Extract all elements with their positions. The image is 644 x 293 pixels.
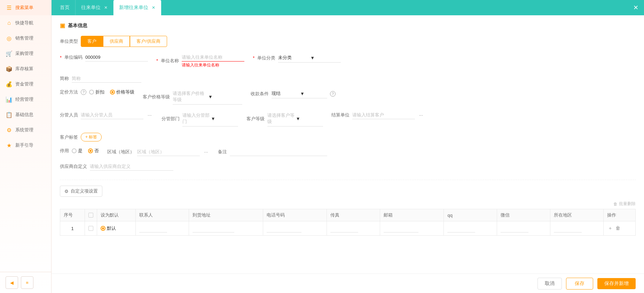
wechat-input[interactable] bbox=[501, 224, 528, 233]
customer-level-label: 客户等级 bbox=[246, 116, 265, 122]
settlement-more-btn[interactable]: ··· bbox=[418, 112, 425, 118]
cell-region[interactable] bbox=[550, 221, 604, 236]
unit-name-wrap: 请输入往来单位名称 bbox=[182, 53, 244, 68]
radio-yes[interactable]: 是 bbox=[72, 148, 83, 154]
type-btn-both[interactable]: 客户/供应商 bbox=[130, 36, 167, 47]
sidebar-item-label: 采购管理 bbox=[15, 50, 33, 57]
fax-input[interactable] bbox=[330, 224, 358, 233]
sidebar-item-inventory[interactable]: 📦 库存核算 bbox=[0, 61, 51, 76]
unit-code-field: * 单位编码 bbox=[60, 53, 148, 62]
customer-tag-label: 客户标签 bbox=[60, 134, 78, 140]
table-row: 1 默认 bbox=[60, 221, 636, 236]
region-label: 区域（地区） bbox=[107, 149, 134, 155]
manager-input[interactable] bbox=[81, 111, 143, 119]
sidebar-item-label: 资金管理 bbox=[15, 81, 33, 87]
sidebar-item-search[interactable]: ☰ 搜索菜单 bbox=[0, 0, 51, 15]
cell-wechat[interactable] bbox=[497, 221, 550, 236]
remark-input[interactable] bbox=[230, 148, 327, 156]
price-level-arrow-icon: ▼ bbox=[208, 94, 242, 99]
sidebar-item-sales[interactable]: ◎ 销售管理 bbox=[0, 31, 51, 46]
purchase-icon: 🛒 bbox=[6, 50, 13, 57]
row-delete-btn[interactable]: 🗑 bbox=[615, 225, 621, 231]
customer-level-arrow-icon: ▼ bbox=[296, 116, 323, 121]
tab-home[interactable]: 首页 bbox=[54, 0, 76, 15]
customer-price-level-select[interactable]: 请选择客户价格等级 ▼ bbox=[173, 89, 242, 105]
row-checkbox[interactable] bbox=[88, 226, 93, 231]
cell-fax[interactable] bbox=[327, 221, 380, 236]
region-input[interactable] bbox=[137, 148, 200, 156]
tab-unit-list-label: 往来单位 bbox=[81, 5, 101, 11]
phone-input[interactable] bbox=[267, 224, 301, 233]
unit-name-input[interactable] bbox=[182, 53, 244, 62]
radio-default-label: 默认 bbox=[107, 225, 116, 231]
tab-unit-list-close[interactable]: ✕ bbox=[104, 5, 108, 10]
unit-name-field: * 单位名称 请输入往来单位名称 bbox=[156, 53, 244, 68]
save-button[interactable]: 保存 bbox=[566, 278, 593, 290]
cell-qq[interactable] bbox=[444, 221, 497, 236]
sidebar-item-guide[interactable]: ★ 新手引导 bbox=[0, 138, 51, 153]
table-region-input[interactable] bbox=[554, 224, 582, 233]
tab-bar-close-all[interactable]: ✕ bbox=[630, 4, 641, 11]
settlement-input[interactable] bbox=[352, 111, 415, 119]
save-new-button[interactable]: 保存并新增 bbox=[597, 278, 636, 289]
sidebar-settings-btn[interactable]: ≡ bbox=[21, 276, 33, 289]
sidebar-item-label: 库存核算 bbox=[15, 66, 33, 72]
abbr-row: 简称 bbox=[60, 74, 636, 83]
contact-input[interactable] bbox=[139, 224, 167, 233]
sidebar-item-system[interactable]: ⚙ 系统管理 bbox=[0, 122, 51, 138]
manager-more-btn[interactable]: ··· bbox=[146, 112, 153, 118]
th-region: 所在地区 bbox=[550, 209, 604, 221]
sidebar-collapse-btn[interactable]: ◀ bbox=[6, 276, 18, 289]
custom-settings-button[interactable]: ⚙ 自定义项设置 bbox=[60, 186, 102, 197]
email-input[interactable] bbox=[384, 224, 418, 233]
form-divider bbox=[60, 180, 636, 180]
disabled-field: 停用 是 否 bbox=[60, 148, 99, 154]
radio-price-level[interactable]: 价格等级 bbox=[110, 89, 134, 95]
sidebar-item-finance[interactable]: 💰 资金管理 bbox=[0, 76, 51, 92]
th-checkbox bbox=[85, 209, 97, 221]
section-title: 基本信息 bbox=[68, 23, 87, 29]
remark-field: 备注 bbox=[218, 148, 327, 156]
header-checkbox[interactable] bbox=[88, 213, 93, 218]
type-btn-customer[interactable]: 客户 bbox=[81, 36, 103, 47]
radio-discount[interactable]: 折扣 bbox=[89, 89, 104, 95]
unit-code-input[interactable] bbox=[85, 53, 148, 62]
tab-unit-list[interactable]: 往来单位 ✕ bbox=[76, 0, 113, 15]
customer-level-select[interactable]: 请选择客户等级 ▼ bbox=[267, 111, 323, 127]
payment-terms-label: 收款条件 bbox=[251, 91, 269, 97]
address-input[interactable] bbox=[193, 224, 234, 233]
unit-category-select[interactable]: 未分类 ▼ bbox=[278, 53, 341, 63]
payment-terms-help-icon[interactable]: ? bbox=[330, 91, 336, 97]
sidebar-item-label: 系统管理 bbox=[15, 127, 33, 133]
settings-gear-icon: ⚙ bbox=[64, 189, 69, 194]
supplier-custom-input[interactable] bbox=[90, 162, 173, 171]
sidebar-item-quicknav[interactable]: ⌂ 快捷导航 bbox=[0, 15, 51, 31]
tab-bar: 首页 往来单位 ✕ 新增往来单位 ✕ ✕ bbox=[52, 0, 644, 15]
th-fax: 传真 bbox=[327, 209, 380, 221]
sales-icon: ◎ bbox=[6, 35, 13, 42]
home-icon: ⌂ bbox=[6, 19, 13, 26]
payment-terms-select[interactable]: 现结 ▼ bbox=[272, 89, 327, 98]
cell-address[interactable] bbox=[189, 221, 263, 236]
cell-phone[interactable] bbox=[263, 221, 327, 236]
cell-contact[interactable] bbox=[135, 221, 189, 236]
region-more-btn[interactable]: ··· bbox=[203, 149, 210, 155]
unit-type-group: 客户 供应商 客户/供应商 bbox=[81, 36, 167, 47]
radio-no[interactable]: 否 bbox=[88, 148, 99, 154]
unit-category-value: 未分类 bbox=[278, 55, 309, 61]
sidebar-item-operations[interactable]: 📊 经营管理 bbox=[0, 92, 51, 107]
abbr-input[interactable] bbox=[72, 74, 141, 83]
cell-email[interactable] bbox=[380, 221, 444, 236]
sidebar-item-basic[interactable]: 📋 基础信息 bbox=[0, 107, 51, 122]
row-add-btn[interactable]: ＋ bbox=[607, 225, 613, 232]
add-tag-button[interactable]: + 标签 bbox=[81, 133, 102, 141]
tab-unit-new-close[interactable]: ✕ bbox=[152, 5, 155, 10]
sidebar-item-purchase[interactable]: 🛒 采购管理 bbox=[0, 46, 51, 61]
dept-select[interactable]: 请输入分管部门 ▼ bbox=[182, 111, 238, 127]
qq-input[interactable] bbox=[447, 224, 475, 233]
pricing-help-icon[interactable]: ? bbox=[81, 89, 86, 95]
tab-unit-new[interactable]: 新增往来单位 ✕ bbox=[113, 0, 161, 15]
type-btn-supplier[interactable]: 供应商 bbox=[103, 36, 130, 47]
radio-default[interactable]: 默认 bbox=[101, 225, 132, 231]
cancel-button[interactable]: 取消 bbox=[537, 278, 562, 290]
